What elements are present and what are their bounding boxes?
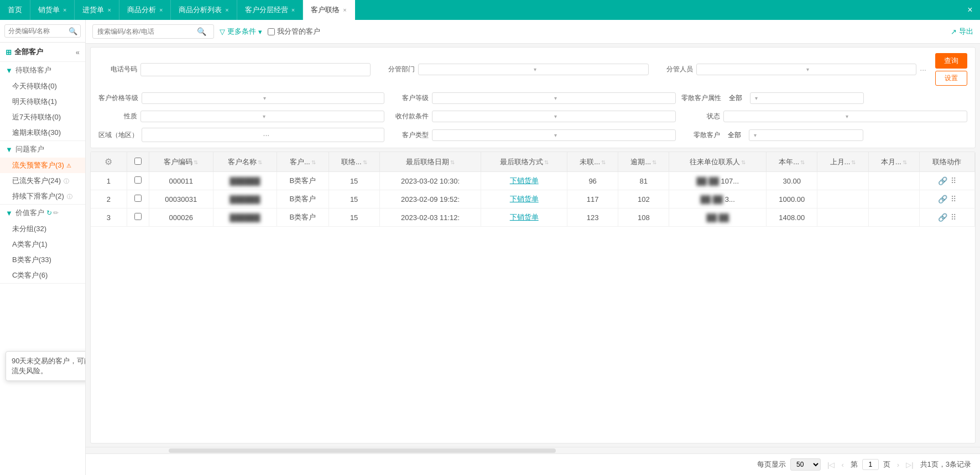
- th-last-method[interactable]: 最后联络方式⇅: [481, 152, 567, 172]
- tab-close-product-analysis[interactable]: ×: [159, 7, 163, 13]
- row-actions: 🔗 ⠿: [919, 190, 974, 208]
- select-all-checkbox[interactable]: [134, 158, 142, 165]
- filter-label-price-level: 客户价格等级: [98, 93, 138, 103]
- page-prev-btn[interactable]: ‹: [839, 460, 846, 470]
- row-last-method[interactable]: 下销货单: [481, 208, 567, 227]
- chevron-payment-icon: ▾: [554, 113, 671, 119]
- tab-sales-order[interactable]: 销货单 ×: [30, 0, 75, 20]
- sidebar-item-tomorrow[interactable]: 明天待联络(1): [0, 94, 85, 109]
- action-more-icon[interactable]: ⠿: [951, 176, 956, 185]
- edit-icon-value[interactable]: ✏: [53, 209, 59, 217]
- th-contact[interactable]: 联络...⇅: [329, 152, 379, 172]
- filter-select-payment[interactable]: ▾: [432, 111, 676, 122]
- filter-select-customer-level[interactable]: ▾: [432, 92, 676, 104]
- filter-select-retail-customer[interactable]: ▾: [749, 129, 863, 141]
- filter-select-price-level[interactable]: ▾: [142, 92, 384, 104]
- horizontal-scrollbar[interactable]: [86, 447, 980, 453]
- page-first-btn[interactable]: |◁: [825, 460, 837, 470]
- page-last-btn[interactable]: ▷|: [904, 460, 915, 470]
- tab-purchase-order[interactable]: 进货单 ×: [75, 0, 119, 20]
- filter-select-nature[interactable]: ▾: [140, 111, 384, 122]
- tab-close-sales-order[interactable]: ×: [63, 7, 66, 13]
- filter-input-phone[interactable]: [140, 63, 371, 76]
- row-check[interactable]: [134, 213, 142, 220]
- table-checkbox-header[interactable]: [127, 152, 149, 172]
- filter-select-customer-type[interactable]: ▾: [432, 129, 676, 141]
- th-not-contacted[interactable]: 未联...⇅: [567, 152, 618, 172]
- th-type[interactable]: 客户...⇅: [277, 152, 329, 172]
- th-last-date[interactable]: 最后联络日期⇅: [379, 152, 481, 172]
- search-button[interactable]: 🔍: [197, 27, 206, 36]
- row-checkbox[interactable]: [127, 208, 149, 227]
- sidebar-all-customers[interactable]: ⊞ 全部客户 «: [0, 43, 85, 62]
- sidebar-group-header-problem[interactable]: ▼ 问题客户: [0, 141, 85, 158]
- sidebar-item-a-class[interactable]: A类客户(1): [0, 237, 85, 252]
- filter-label-retail-attr: 零散客户属性: [681, 93, 721, 103]
- th-last-month[interactable]: 上月...⇅: [817, 152, 868, 172]
- sidebar-collapse-btn[interactable]: «: [76, 48, 80, 56]
- action-more-icon[interactable]: ⠿: [951, 213, 956, 222]
- tab-home[interactable]: 首页: [0, 0, 30, 20]
- filter-row-4: 区域（地区） ··· 客户类型 ▾ 零散客户 全部: [98, 128, 967, 142]
- tab-close-product-list[interactable]: ×: [225, 7, 228, 13]
- th-contact-person[interactable]: 往来单位联系人⇅: [669, 152, 767, 172]
- filter-select-retail-attr[interactable]: ▾: [750, 92, 864, 104]
- query-button[interactable]: 查询: [935, 53, 967, 69]
- sidebar-item-c-class[interactable]: C类客户(6): [0, 268, 85, 283]
- sidebar-group-header-pending[interactable]: ▼ 待联络客户: [0, 62, 85, 79]
- window-close-button[interactable]: ×: [960, 0, 980, 20]
- export-button[interactable]: ↗ 导出: [951, 27, 973, 36]
- tab-close-purchase-order[interactable]: ×: [107, 7, 111, 13]
- tab-product-analysis-list[interactable]: 商品分析列表 ×: [171, 0, 237, 20]
- sidebar-item-today[interactable]: 今天待联络(0): [0, 79, 85, 94]
- filter-select-region[interactable]: ···: [142, 128, 384, 142]
- tab-close-customer-contact[interactable]: ×: [343, 7, 346, 13]
- sidebar-item-b-class[interactable]: B类客户(33): [0, 252, 85, 268]
- th-overdue[interactable]: 逾期...⇅: [618, 152, 669, 172]
- th-name[interactable]: 客户名称⇅: [213, 152, 277, 172]
- sidebar-item-lost-customers[interactable]: 已流失客户(24) ⓘ: [0, 173, 85, 189]
- th-annual[interactable]: 本年...⇅: [767, 152, 817, 172]
- action-link-icon[interactable]: 🔗: [938, 213, 947, 222]
- filter-select-person[interactable]: ▾: [696, 64, 917, 75]
- filter-more-person[interactable]: ···: [920, 65, 926, 74]
- action-more-icon[interactable]: ⠿: [951, 195, 956, 203]
- filter-select-status[interactable]: ▾: [723, 111, 967, 122]
- tab-product-analysis[interactable]: 商品分析 ×: [119, 0, 171, 20]
- row-checkbox[interactable]: [127, 190, 149, 208]
- my-customers-checkbox[interactable]: [268, 28, 275, 35]
- row-check[interactable]: [134, 195, 142, 202]
- row-this-month: [868, 172, 919, 190]
- sidebar-item-overdue[interactable]: 逾期未联络(30): [0, 125, 85, 140]
- row-last-method[interactable]: 下销货单: [481, 190, 567, 208]
- scrollbar-thumb[interactable]: [169, 448, 556, 453]
- page-number-input[interactable]: [862, 459, 879, 470]
- refresh-icon-value[interactable]: ↻: [46, 209, 52, 217]
- sidebar-item-churn-warning[interactable]: 流失预警客户(3) ⚠: [0, 158, 85, 173]
- more-conditions-btn[interactable]: ▽ 更多条件 ▾: [220, 27, 262, 36]
- sidebar-item-7days[interactable]: 近7天待联络(0): [0, 109, 85, 125]
- settings-button[interactable]: 设置: [935, 71, 967, 86]
- search-input[interactable]: [97, 28, 197, 35]
- per-page-select[interactable]: 50 100 200: [790, 458, 821, 471]
- table-settings-icon[interactable]: ⚙: [100, 155, 117, 169]
- sidebar-group-header-value[interactable]: ▼ 价值客户 ↻ ✏: [0, 205, 85, 221]
- tab-customer-contact[interactable]: 客户联络 ×: [303, 0, 355, 20]
- row-index: 2: [91, 190, 127, 208]
- filter-select-dept[interactable]: ▾: [418, 64, 648, 75]
- tab-close-customer-tier[interactable]: ×: [291, 7, 295, 13]
- info-icon-declining: ⓘ: [67, 194, 72, 200]
- row-checkbox[interactable]: [127, 172, 149, 190]
- action-link-icon[interactable]: 🔗: [938, 176, 947, 185]
- th-code[interactable]: 客户编码⇅: [149, 152, 213, 172]
- tab-customer-tier[interactable]: 客户分层经营 ×: [237, 0, 303, 20]
- th-this-month[interactable]: 本月...⇅: [868, 152, 919, 172]
- table-settings-header[interactable]: ⚙: [91, 152, 127, 172]
- row-last-method[interactable]: 下销货单: [481, 172, 567, 190]
- page-next-btn[interactable]: ›: [895, 460, 901, 470]
- row-check[interactable]: [134, 176, 142, 184]
- filter-more-region[interactable]: ···: [263, 131, 380, 139]
- action-link-icon[interactable]: 🔗: [938, 195, 947, 203]
- sidebar-item-declining[interactable]: 持续下滑客户(2) ⓘ: [0, 189, 85, 204]
- sidebar-item-ungrouped[interactable]: 未分组(32): [0, 221, 85, 237]
